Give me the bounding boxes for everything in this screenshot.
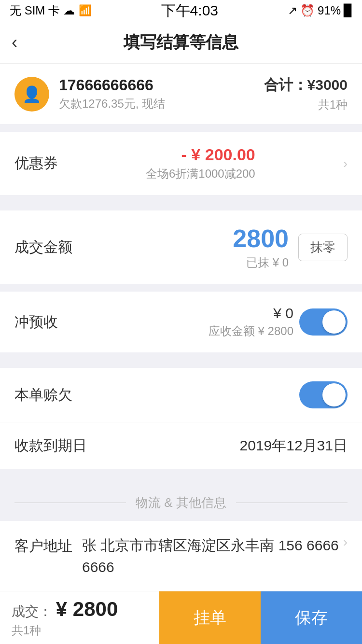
deal-value: 2800	[233, 224, 289, 253]
logistics-separator: 物流 & 其他信息	[0, 485, 362, 521]
avatar: 👤	[14, 77, 49, 112]
battery-icon: ▉	[344, 4, 352, 17]
logistics-sep-text: 物流 & 其他信息	[136, 494, 226, 511]
page-title: 填写结算等信息	[124, 31, 238, 54]
total-label: 合计：¥3000	[264, 75, 348, 95]
advance-value: ¥ 0	[209, 305, 293, 322]
avatar-icon: 👤	[22, 85, 42, 103]
divider-3	[0, 477, 362, 485]
advance-right: ¥ 0 应收金额 ¥ 2800	[209, 305, 348, 339]
coupon-label: 优惠券	[14, 154, 58, 173]
coupon-row[interactable]: 优惠券 - ¥ 200.00 全场6折满1000减200 ›	[0, 132, 362, 195]
due-date-value: 2019年12月31日	[240, 436, 348, 456]
advance-toggle-track	[299, 308, 348, 336]
wifi-icon: 📶	[79, 4, 92, 17]
sep-line-right	[236, 503, 348, 503]
advance-row: 冲预收 ¥ 0 应收金额 ¥ 2800	[0, 292, 362, 352]
deal-right: 2800 已抹 ¥ 0 抹零	[233, 224, 348, 270]
total-count: 共1种	[264, 97, 348, 112]
bottom-summary: 成交： ¥ 2800 共1种	[0, 598, 159, 638]
battery-label: 91%	[318, 4, 341, 17]
status-right: ↗ ⏰ 91% ▉	[288, 4, 352, 17]
customer-subtext: 欠款1276.35元, 现结	[59, 96, 165, 112]
bottom-deal-row: 成交： ¥ 2800	[12, 598, 148, 621]
customer-right: 合计：¥3000 共1种	[264, 75, 348, 112]
sep-line-left	[14, 503, 126, 503]
coupon-value: - ¥ 200.00	[146, 145, 255, 164]
address-chevron: ›	[343, 534, 348, 550]
due-date-label: 收款到期日	[14, 436, 87, 456]
hang-button[interactable]: 挂单	[159, 591, 261, 644]
back-button[interactable]: ‹	[12, 32, 17, 53]
customer-card: 👤 17666666666 欠款1276.35元, 现结 合计：¥3000 共1…	[0, 64, 362, 124]
status-time: 下午4:03	[161, 1, 218, 21]
debt-toggle-thumb	[322, 383, 346, 406]
save-button[interactable]: 保存	[261, 591, 362, 644]
customer-info: 17666666666 欠款1276.35元, 现结	[59, 76, 165, 112]
debt-section: 本单赊欠 收款到期日 2019年12月31日	[0, 368, 362, 469]
address-content: 张 北京市市辖区海淀区永丰南 156 6666 6666	[82, 534, 343, 578]
deal-amount-row: 成交金额 2800 已抹 ¥ 0 抹零	[0, 210, 362, 284]
nav-bar: ‹ 填写结算等信息	[0, 21, 362, 64]
bottom-bar: 成交： ¥ 2800 共1种 挂单 保存	[0, 591, 362, 644]
coupon-section: 优惠券 - ¥ 200.00 全场6折满1000减200 ›	[0, 132, 362, 195]
advance-label: 冲预收	[14, 312, 58, 332]
coupon-desc: 全场6折满1000减200	[146, 166, 255, 182]
status-bar: 无 SIM 卡 ☁ 📶 下午4:03 ↗ ⏰ 91% ▉	[0, 0, 362, 21]
bottom-deal-label: 成交：	[12, 604, 52, 619]
divider-1	[0, 203, 362, 210]
address-row[interactable]: 客户地址 张 北京市市辖区海淀区永丰南 156 6666 6666 ›	[0, 521, 362, 591]
debt-toggle-track	[299, 381, 348, 408]
deal-num-block: 2800 已抹 ¥ 0	[233, 224, 289, 270]
bottom-amount: ¥ 2800	[56, 598, 118, 620]
sim-label: 无 SIM 卡 ☁	[10, 3, 75, 18]
debt-toggle[interactable]	[299, 381, 348, 408]
deal-amount-label: 成交金额	[14, 238, 72, 257]
debt-label: 本单赊欠	[14, 385, 72, 405]
address-label: 客户地址	[14, 534, 72, 556]
status-left: 无 SIM 卡 ☁ 📶	[10, 3, 92, 18]
location-icon: ↗	[288, 4, 297, 17]
customer-left: 👤 17666666666 欠款1276.35元, 现结	[14, 76, 165, 112]
deal-sub: 已抹 ¥ 0	[246, 255, 289, 270]
bottom-count: 共1种	[12, 623, 148, 638]
alarm-icon: ⏰	[300, 4, 315, 17]
advance-sub: 应收金额 ¥ 2800	[209, 323, 293, 339]
due-date-row: 收款到期日 2019年12月31日	[0, 422, 362, 469]
round-button[interactable]: 抹零	[298, 234, 348, 261]
content: 👤 17666666666 欠款1276.35元, 现结 合计：¥3000 共1…	[0, 64, 362, 644]
advance-section: 冲预收 ¥ 0 应收金额 ¥ 2800	[0, 292, 362, 352]
coupon-chevron: ›	[343, 156, 348, 171]
advance-toggle-thumb	[322, 310, 346, 334]
divider-2	[0, 360, 362, 368]
deal-amount-section: 成交金额 2800 已抹 ¥ 0 抹零	[0, 210, 362, 284]
advance-toggle[interactable]	[299, 308, 348, 336]
customer-phone: 17666666666	[59, 76, 165, 94]
debt-row: 本单赊欠	[0, 368, 362, 422]
coupon-right: - ¥ 200.00 全场6折满1000减200	[146, 145, 255, 182]
